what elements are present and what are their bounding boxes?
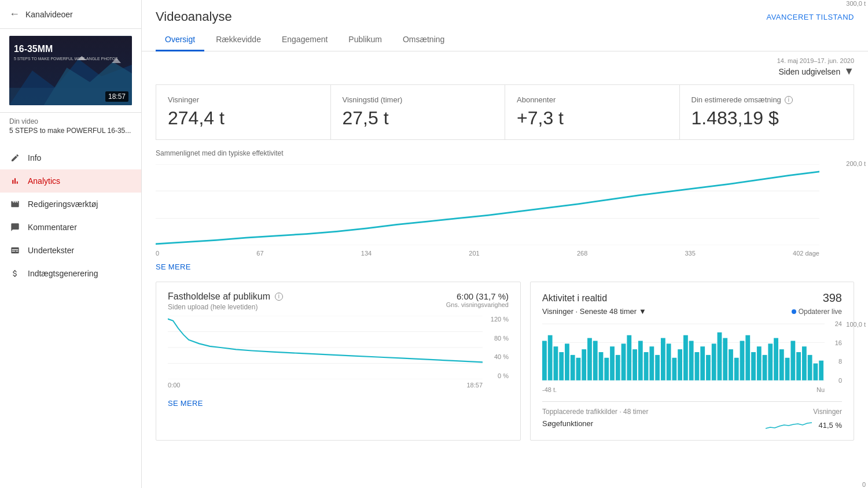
svg-rect-45 xyxy=(678,349,682,380)
retention-y-labels: 120 % 80 % 40 % 0 % xyxy=(491,316,509,379)
svg-rect-55 xyxy=(734,358,739,380)
video-thumb-area: 16-35MM 5 STEPS TO MAKE POWERFUL WIDE-AN… xyxy=(0,29,141,113)
sidebar-item-editor[interactable]: Redigeringsværktøj xyxy=(0,193,141,216)
svg-rect-23 xyxy=(554,346,558,380)
retention-stat-value: 6:00 (31,7 %) xyxy=(446,291,509,301)
svg-rect-56 xyxy=(740,341,745,380)
metric-abonnenter: Abonnenter +7,3 t xyxy=(505,85,680,139)
svg-rect-47 xyxy=(689,341,694,380)
realtime-chart-svg xyxy=(542,320,825,384)
see-more-button[interactable]: SE MERE xyxy=(156,257,191,277)
sidebar-item-info[interactable]: Info xyxy=(0,146,141,169)
svg-rect-69 xyxy=(813,364,818,380)
realtime-y-labels: 24 16 8 0 xyxy=(835,320,842,384)
realtime-dropdown[interactable]: Visninger · Seneste 48 timer ▼ xyxy=(542,307,646,316)
page-title: Videoanalyse xyxy=(156,9,232,24)
tab-omsaetning[interactable]: Omsætning xyxy=(393,29,454,51)
tab-raekkevidde[interactable]: Rækkevidde xyxy=(207,29,270,51)
traffic-header: Topplacerede trafikkilder · 48 timer Vis… xyxy=(542,408,842,416)
traffic-minibar-svg xyxy=(766,419,812,431)
pencil-icon xyxy=(9,152,21,164)
realtime-header: Aktivitet i realtid 398 xyxy=(542,291,842,305)
back-button[interactable]: ← xyxy=(9,8,20,20)
main-header: Videoanalyse AVANCERET TILSTAND xyxy=(142,0,868,24)
traffic-row: Søgefunktioner 41,5 % xyxy=(542,419,842,431)
main-chart-svg xyxy=(156,164,819,245)
svg-rect-60 xyxy=(763,355,767,380)
svg-rect-31 xyxy=(599,352,604,380)
sidebar-nav: Info Analytics Redigeringsværktøj Kommen… xyxy=(0,142,141,285)
video-label: Din video xyxy=(9,117,132,125)
info-icon[interactable]: i xyxy=(785,96,793,104)
svg-rect-41 xyxy=(655,355,660,380)
metric-abonnenter-label: Abonnenter xyxy=(517,95,668,104)
sidebar-item-comments[interactable]: Kommentarer xyxy=(0,216,141,239)
channel-title: Kanalvideoer xyxy=(25,10,73,19)
svg-rect-67 xyxy=(802,346,807,380)
live-dot-icon xyxy=(792,309,796,314)
svg-rect-68 xyxy=(808,355,812,380)
sidebar-item-subtitles[interactable]: Undertekster xyxy=(0,239,141,262)
svg-rect-30 xyxy=(593,341,598,380)
tab-publikum[interactable]: Publikum xyxy=(339,29,391,51)
svg-rect-65 xyxy=(790,341,795,380)
realtime-title: Aktivitet i realtid xyxy=(542,293,607,304)
svg-rect-35 xyxy=(621,343,626,380)
svg-rect-54 xyxy=(729,349,733,380)
video-thumbnail: 16-35MM 5 STEPS TO MAKE POWERFUL WIDE-AN… xyxy=(9,36,132,105)
metric-abonnenter-value: +7,3 t xyxy=(517,108,668,129)
svg-rect-64 xyxy=(785,358,790,380)
dollar-icon xyxy=(9,268,21,279)
metric-visninger-value: 274,4 t xyxy=(168,108,319,129)
metric-visningstid: Visningstid (timer) 27,5 t xyxy=(331,85,506,139)
metric-visningstid-value: 27,5 t xyxy=(343,108,494,129)
svg-rect-42 xyxy=(661,338,665,380)
main-content: Videoanalyse AVANCERET TILSTAND Oversigt… xyxy=(142,0,868,488)
svg-rect-32 xyxy=(604,358,609,380)
tab-oversigt[interactable]: Oversigt xyxy=(156,29,204,51)
svg-rect-52 xyxy=(718,332,722,380)
svg-rect-39 xyxy=(644,352,649,380)
retention-subtitle: Siden upload (hele levetiden) xyxy=(168,303,283,311)
svg-text:16-35MM: 16-35MM xyxy=(14,44,53,54)
sidebar-item-subtitles-label: Undertekster xyxy=(28,246,74,255)
svg-rect-21 xyxy=(542,341,547,380)
retention-info-icon[interactable]: i xyxy=(275,293,283,301)
date-selector-row: 14. maj 2019–17. jun. 2020 Siden udgivel… xyxy=(142,51,868,77)
svg-rect-29 xyxy=(587,338,592,380)
tab-engagement[interactable]: Engagement xyxy=(273,29,337,51)
realtime-panel: Aktivitet i realtid 398 Visninger · Sene… xyxy=(530,282,854,441)
chart-y-labels: 300,0 t 200,0 t 100,0 t 0 xyxy=(836,0,868,488)
svg-rect-27 xyxy=(576,358,581,380)
svg-rect-40 xyxy=(649,346,654,380)
svg-rect-33 xyxy=(610,346,615,380)
dropdown-arrow-icon: ▼ xyxy=(639,307,646,316)
sidebar: ← Kanalvideoer xyxy=(0,0,142,488)
video-duration: 18:57 xyxy=(105,91,128,102)
realtime-x-labels: -48 t. Nu xyxy=(542,386,825,393)
svg-rect-44 xyxy=(672,358,676,380)
svg-rect-57 xyxy=(745,335,750,380)
sidebar-item-comments-label: Kommentarer xyxy=(28,223,77,232)
svg-rect-50 xyxy=(706,355,711,380)
metrics-row: Visninger 274,4 t Visningstid (timer) 27… xyxy=(156,84,854,140)
svg-rect-24 xyxy=(559,352,564,380)
subtitle-icon xyxy=(9,245,21,256)
live-indicator: Opdaterer live xyxy=(792,308,842,316)
svg-rect-66 xyxy=(796,352,801,380)
date-period-value: Siden udgivelsen xyxy=(779,67,841,76)
sidebar-item-analytics-label: Analytics xyxy=(28,176,60,186)
retention-chart-svg xyxy=(168,316,483,379)
sidebar-item-analytics[interactable]: Analytics xyxy=(0,169,141,193)
svg-rect-49 xyxy=(700,346,705,380)
svg-rect-58 xyxy=(751,352,756,380)
retention-stat: 6:00 (31,7 %) Gns. visningsvarighed xyxy=(446,291,509,308)
video-name: 5 STEPS to make POWERFUL 16-35... xyxy=(9,127,132,135)
main-chart-section: Sammenlignet med din typiske effektivite… xyxy=(142,140,868,277)
metric-omsaetning: Din estimerede omsætning i 1.483,19 $ xyxy=(680,85,854,139)
realtime-sub-row: Visninger · Seneste 48 timer ▼ Opdaterer… xyxy=(542,307,842,316)
sidebar-item-monetization[interactable]: Indtægtsgenerering xyxy=(0,262,141,285)
retention-see-more-button[interactable]: SE MERE xyxy=(168,393,203,413)
svg-rect-63 xyxy=(779,349,784,380)
retention-panel: Fastholdelse af publikum i Siden upload … xyxy=(156,282,521,441)
